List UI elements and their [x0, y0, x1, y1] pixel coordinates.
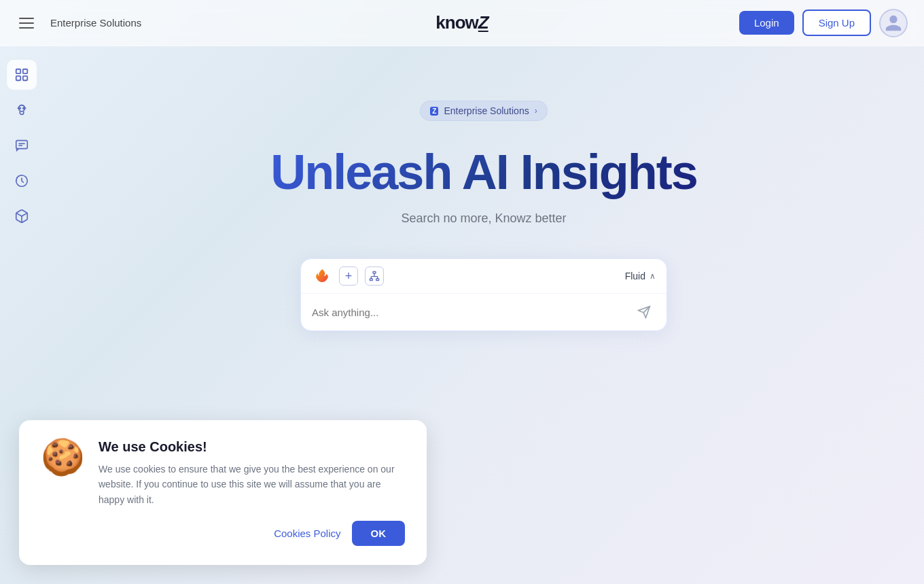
history-icon [14, 173, 29, 188]
svg-point-5 [19, 107, 20, 109]
topnav: Enterprise Solutions knowZ Login Sign Up [0, 0, 924, 46]
cookie-banner: 🍪 We use Cookies! We use cookies to ensu… [19, 420, 427, 565]
ai-flame-button[interactable] [312, 266, 332, 286]
svg-rect-7 [16, 141, 28, 149]
diagram-icon [369, 271, 380, 281]
logo-text: know [436, 12, 478, 33]
diagram-tool-button[interactable] [365, 267, 384, 286]
search-input[interactable] [312, 307, 633, 318]
nav-enterprise-label: Enterprise Solutions [50, 17, 141, 29]
nav-logo[interactable]: knowZ [436, 12, 488, 33]
cookie-content: We use Cookies! We use cookies to ensure… [99, 439, 405, 546]
svg-rect-14 [376, 279, 379, 281]
search-input-row [301, 294, 667, 330]
flame-icon [314, 268, 330, 284]
breadcrumb-label: Enterprise Solutions [444, 105, 529, 116]
sidebar-item-chat[interactable] [7, 131, 37, 160]
search-container: + Fluid ∧ [300, 258, 667, 331]
signup-button[interactable]: Sign Up [802, 10, 871, 36]
svg-rect-12 [373, 272, 376, 274]
chat-icon [14, 138, 29, 153]
cookie-emoji: 🍪 [41, 439, 85, 475]
sidebar-item-ai[interactable] [7, 95, 37, 125]
nav-left: Enterprise Solutions [16, 15, 141, 31]
user-avatar-button[interactable] [879, 9, 908, 37]
cookie-body: We use cookies to ensure that we give yo… [99, 462, 405, 507]
cookies-policy-button[interactable]: Cookies Policy [274, 528, 340, 539]
grid-icon [14, 67, 29, 82]
send-button[interactable] [633, 300, 656, 324]
svg-rect-0 [16, 69, 20, 73]
cube-icon [14, 209, 29, 224]
user-icon [884, 14, 903, 33]
search-toolbar-left: + [312, 266, 384, 286]
hero-subtitle: Search no more, Knowz better [401, 211, 566, 226]
sidebar-item-grid[interactable] [7, 60, 37, 90]
breadcrumb-pill[interactable]: Z Enterprise Solutions › [420, 101, 547, 121]
cookie-title: We use Cookies! [99, 439, 405, 455]
breadcrumb-chevron-icon: › [535, 106, 537, 116]
sidebar-item-cube[interactable] [7, 201, 37, 231]
nav-right: Login Sign Up [739, 9, 908, 37]
svg-rect-1 [23, 69, 27, 73]
svg-point-6 [23, 107, 24, 109]
sidebar-item-history[interactable] [7, 166, 37, 196]
fluid-label: Fluid [625, 271, 645, 281]
search-toolbar: + Fluid ∧ [301, 259, 667, 294]
hero-heading: Unleash AI Insights [270, 145, 696, 199]
fluid-selector[interactable]: Fluid ∧ [625, 271, 656, 281]
svg-rect-3 [23, 76, 27, 80]
svg-rect-2 [16, 76, 20, 80]
logo-z: Z [478, 12, 488, 33]
hamburger-menu-button[interactable] [16, 15, 37, 31]
ai-brain-icon [14, 103, 29, 118]
fluid-chevron-icon: ∧ [650, 271, 656, 281]
plus-icon: + [345, 269, 353, 284]
cookie-ok-button[interactable]: OK [352, 521, 406, 546]
login-button[interactable]: Login [739, 11, 794, 35]
add-tool-button[interactable]: + [339, 267, 358, 286]
send-icon [637, 305, 651, 319]
svg-rect-13 [370, 279, 372, 281]
cookie-actions: Cookies Policy OK [99, 521, 405, 546]
breadcrumb-logo: Z [430, 107, 438, 116]
